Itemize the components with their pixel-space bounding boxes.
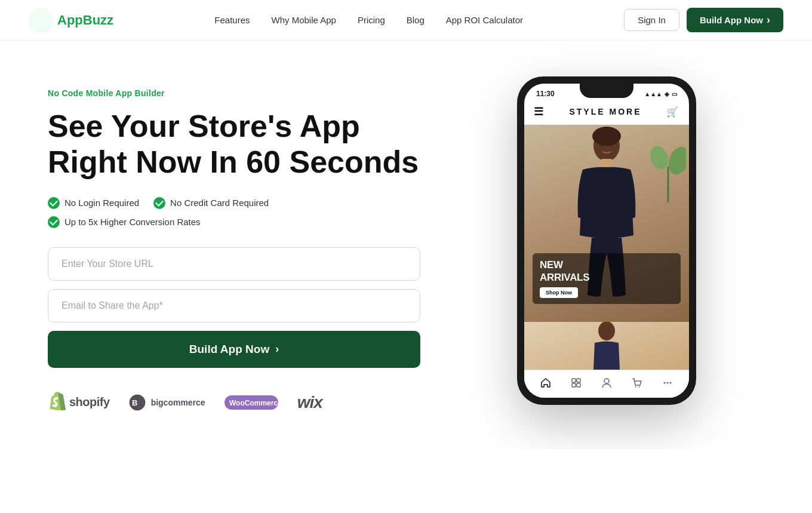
svg-point-9 — [600, 143, 604, 147]
hero-content: No Code Mobile App Builder See Your Stor… — [48, 76, 420, 413]
nav-roi[interactable]: App ROI Calculator — [446, 15, 523, 25]
svg-point-21 — [639, 386, 640, 388]
main-nav: Features Why Mobile App Pricing Blog App… — [214, 15, 523, 25]
hero-phone-area: 11:30 ▲▲▲ ◈ ▭ ☰ STYLE MORE 🛒 — [449, 76, 764, 405]
nav-grid-icon — [570, 376, 583, 389]
wifi-icon: ◈ — [665, 91, 669, 97]
phone-notch — [580, 84, 633, 98]
bigcommerce-label: bigcommerce — [151, 398, 205, 407]
feature-conversion: Up to 5x Higher Conversion Rates — [48, 216, 201, 228]
svg-point-7 — [592, 127, 621, 146]
shopify-icon — [48, 390, 66, 414]
nav-more-icon — [661, 376, 674, 389]
shopify-logo: shopify — [48, 392, 110, 413]
check-icon — [48, 197, 60, 209]
cart-icon: 🛒 — [666, 106, 679, 118]
svg-rect-15 — [572, 379, 576, 382]
phone-screen: 11:30 ▲▲▲ ◈ ▭ ☰ STYLE MORE 🛒 — [524, 84, 689, 398]
logo-bee-icon: 🐝 — [29, 8, 54, 33]
email-input[interactable] — [48, 289, 420, 322]
shopify-label: shopify — [69, 395, 110, 409]
hero-features: No Login Required No Credit Card Require… — [48, 197, 420, 228]
svg-rect-17 — [572, 383, 576, 387]
signal-icon: ▲▲▲ — [644, 91, 662, 97]
check-icon-3 — [48, 216, 60, 228]
battery-icon: ▭ — [672, 91, 677, 97]
check-icon-2 — [153, 197, 165, 209]
hero-section: No Code Mobile App Builder See Your Stor… — [0, 41, 812, 449]
logo[interactable]: 🐝 AppBuzz — [29, 8, 113, 33]
cta-arrow-icon: › — [275, 343, 279, 355]
svg-point-22 — [664, 382, 666, 384]
svg-rect-18 — [577, 383, 580, 387]
store-url-input[interactable] — [48, 247, 420, 281]
phone-store-header: ☰ STYLE MORE 🛒 — [524, 102, 689, 125]
hero-badge: No Code Mobile App Builder — [48, 88, 420, 98]
svg-rect-16 — [577, 379, 580, 382]
phone-bottom-strip — [524, 322, 689, 370]
arrivals-banner: NEW ARRIVALS Shop Now — [533, 253, 681, 304]
wix-logo: wix — [297, 392, 322, 413]
svg-point-23 — [667, 382, 669, 384]
wix-label: wix — [297, 393, 322, 412]
build-app-main-button[interactable]: Build App Now › — [48, 331, 420, 368]
feature-no-login: No Login Required — [48, 197, 139, 209]
partner-logos: shopify B bigcommerce WooCommerce wix — [48, 392, 420, 413]
svg-point-20 — [635, 386, 636, 388]
nav-pricing[interactable]: Pricing — [358, 15, 385, 25]
plant-icon — [650, 131, 686, 202]
woocommerce-icon: WooCommerce — [224, 395, 278, 410]
arrivals-title: NEW ARRIVALS — [540, 259, 673, 284]
svg-point-14 — [598, 322, 615, 340]
nav-user-icon — [600, 376, 613, 389]
hero-form: Build App Now › — [48, 247, 420, 368]
feature-row-1: No Login Required No Credit Card Require… — [48, 197, 420, 209]
svg-text:B: B — [132, 398, 137, 407]
menu-icon: ☰ — [534, 105, 545, 118]
svg-point-24 — [670, 382, 672, 384]
signin-button[interactable]: Sign In — [624, 9, 679, 31]
arrow-icon: › — [767, 14, 770, 26]
header-actions: Sign In Build App Now › — [624, 8, 783, 32]
woocommerce-logo: WooCommerce — [224, 392, 278, 413]
feature-row-2: Up to 5x Higher Conversion Rates — [48, 216, 420, 228]
bigcommerce-icon: B — [129, 394, 146, 411]
phone-hero-image: NEW ARRIVALS Shop Now — [524, 125, 689, 322]
nav-home-icon — [539, 376, 552, 389]
svg-point-0 — [29, 8, 54, 33]
phone-bottom-nav — [524, 370, 689, 398]
svg-point-19 — [604, 379, 609, 383]
build-app-nav-button[interactable]: Build App Now › — [687, 8, 783, 32]
phone-mockup: 11:30 ▲▲▲ ◈ ▭ ☰ STYLE MORE 🛒 — [517, 76, 696, 405]
phone-status-icons: ▲▲▲ ◈ ▭ — [644, 91, 677, 97]
hero-title: See Your Store's App Right Now In 60 Sec… — [48, 109, 420, 180]
nav-cart-icon — [630, 376, 644, 389]
phone-time: 11:30 — [536, 90, 555, 98]
logo-text: AppBuzz — [57, 13, 113, 28]
nav-blog[interactable]: Blog — [407, 15, 425, 25]
feature-no-card: No Credit Card Required — [153, 197, 269, 209]
bottom-model-icon — [583, 322, 630, 370]
nav-features[interactable]: Features — [214, 15, 250, 25]
shop-now-btn: Shop Now — [540, 287, 578, 298]
nav-why-mobile[interactable]: Why Mobile App — [271, 15, 336, 25]
svg-point-10 — [610, 143, 613, 147]
svg-text:WooCommerce: WooCommerce — [229, 399, 278, 407]
bigcommerce-logo: B bigcommerce — [129, 392, 205, 413]
header: 🐝 AppBuzz Features Why Mobile App Pricin… — [0, 0, 812, 41]
store-name: STYLE MORE — [569, 107, 641, 116]
